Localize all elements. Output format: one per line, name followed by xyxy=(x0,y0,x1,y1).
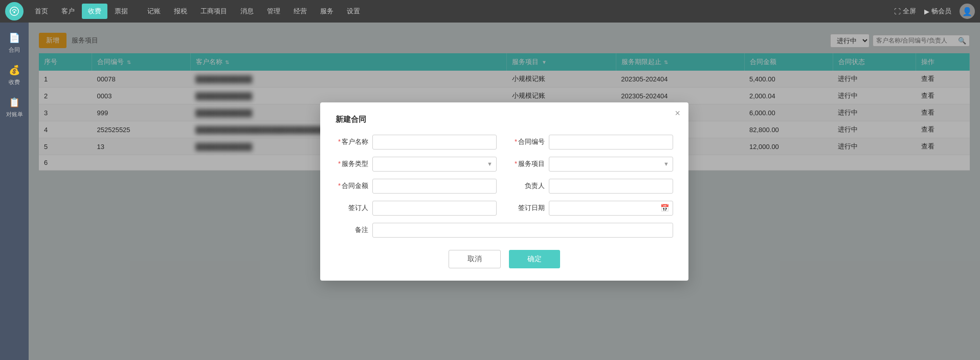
top-nav: 首页 客户 收费 票据 记账 报税 工商项目 消息 管理 经营 服务 设置 ⛶ … xyxy=(0,0,980,23)
sidebar-reconcile-label: 对账单 xyxy=(6,111,23,118)
service-type-select[interactable] xyxy=(372,157,497,172)
content-area: 新增 服务项目 进行中 已完成 已终止 🔍 序号 合同编号 ⇅ xyxy=(29,23,980,360)
svg-point-0 xyxy=(13,11,15,13)
play-icon: ▶ xyxy=(924,8,929,15)
calendar-icon[interactable]: 📅 xyxy=(660,204,669,212)
modal-title: 新建合同 xyxy=(336,115,673,124)
contract-icon: 📄 xyxy=(8,32,20,44)
required-star-contract: * xyxy=(515,138,517,145)
contract-no-label: *合同编号 xyxy=(512,137,545,146)
form-row-remark: 备注 xyxy=(336,223,673,238)
avatar[interactable]: 👤 xyxy=(960,4,975,19)
nav-items: 首页 客户 收费 票据 记账 报税 工商项目 消息 管理 经营 服务 设置 xyxy=(29,4,894,19)
required-star-client: * xyxy=(338,138,341,145)
sign-date-wrap: 2023-06-06 📅 xyxy=(549,201,673,216)
main-layout: 📄 合同 💰 收费 📋 对账单 新增 服务项目 进行中 已完成 已终止 xyxy=(0,23,980,360)
signer-input[interactable] xyxy=(372,201,497,216)
service-type-label: *服务类型 xyxy=(336,159,368,168)
nav-accounting[interactable]: 记账 xyxy=(141,4,167,19)
sidebar-contract-label: 合同 xyxy=(9,46,20,54)
new-contract-modal: × 新建合同 *客户名称 *合同编号 xyxy=(320,102,688,281)
signer-label: 签订人 xyxy=(336,203,368,213)
form-row-person: 负责人 xyxy=(512,179,673,194)
form-row-amount: *合同金额 0.00 xyxy=(336,179,497,194)
form-row-sign-date: 签订日期 2023-06-06 📅 xyxy=(512,201,673,216)
sidebar-item-contract[interactable]: 📄 合同 xyxy=(2,28,27,58)
remark-label: 备注 xyxy=(336,225,368,235)
service-item-select[interactable] xyxy=(549,157,673,172)
form-row-client: *客户名称 xyxy=(336,135,497,150)
sidebar: 📄 合同 💰 收费 📋 对账单 xyxy=(0,23,29,360)
confirm-button[interactable]: 确定 xyxy=(509,250,560,268)
fullscreen-tool[interactable]: ⛶ 全屏 xyxy=(894,7,916,16)
member-label: 畅会员 xyxy=(931,7,951,16)
modal-footer: 取消 确定 xyxy=(336,250,673,268)
amount-label: *合同金额 xyxy=(336,181,368,190)
nav-home[interactable]: 首页 xyxy=(29,4,54,19)
form-row-service-item: *服务项目 ▼ xyxy=(512,157,673,172)
sidebar-billing-label: 收费 xyxy=(9,78,20,86)
right-tools: ⛶ 全屏 ▶ 畅会员 👤 xyxy=(894,4,975,19)
fullscreen-label: 全屏 xyxy=(903,7,916,16)
nav-settings[interactable]: 设置 xyxy=(341,4,366,19)
member-tool[interactable]: ▶ 畅会员 xyxy=(924,7,951,16)
form-grid: *客户名称 *合同编号 *服务类型 xyxy=(336,135,673,238)
required-star-sitem: * xyxy=(515,160,517,167)
client-name-input[interactable] xyxy=(372,135,497,150)
nav-service[interactable]: 服务 xyxy=(314,4,340,19)
person-label: 负责人 xyxy=(512,181,545,190)
required-star-stype: * xyxy=(338,160,341,167)
sidebar-item-reconcile[interactable]: 📋 对账单 xyxy=(2,92,27,122)
form-row-signer: 签订人 xyxy=(336,201,497,216)
nav-tax[interactable]: 报税 xyxy=(168,4,193,19)
service-item-select-wrap: ▼ xyxy=(549,157,673,172)
sidebar-item-billing[interactable]: 💰 收费 xyxy=(2,60,27,90)
modal-close-button[interactable]: × xyxy=(675,109,680,118)
billing-icon: 💰 xyxy=(8,64,20,76)
form-row-service-type: *服务类型 ▼ xyxy=(336,157,497,172)
cancel-button[interactable]: 取消 xyxy=(449,250,501,268)
modal-overlay: × 新建合同 *客户名称 *合同编号 xyxy=(29,23,980,360)
nav-business[interactable]: 工商项目 xyxy=(194,4,233,19)
logo xyxy=(5,2,24,20)
nav-invoice[interactable]: 票据 xyxy=(108,4,140,19)
amount-input[interactable]: 0.00 xyxy=(372,179,497,194)
client-name-label: *客户名称 xyxy=(336,137,368,146)
form-row-contract-no: *合同编号 xyxy=(512,135,673,150)
contract-no-input[interactable] xyxy=(549,135,673,150)
nav-operation[interactable]: 经营 xyxy=(287,4,313,19)
remark-input[interactable] xyxy=(372,223,673,238)
nav-billing[interactable]: 收费 xyxy=(82,4,107,19)
nav-message[interactable]: 消息 xyxy=(234,4,260,19)
sign-date-label: 签订日期 xyxy=(512,203,545,213)
sign-date-input[interactable]: 2023-06-06 xyxy=(549,201,673,216)
nav-manage[interactable]: 管理 xyxy=(261,4,286,19)
service-item-label: *服务项目 xyxy=(512,159,545,168)
service-type-select-wrap: ▼ xyxy=(372,157,497,172)
fullscreen-icon: ⛶ xyxy=(894,8,901,15)
reconcile-icon: 📋 xyxy=(8,96,20,109)
nav-client[interactable]: 客户 xyxy=(55,4,81,19)
person-input[interactable] xyxy=(549,179,673,194)
required-star-amount: * xyxy=(338,182,341,189)
